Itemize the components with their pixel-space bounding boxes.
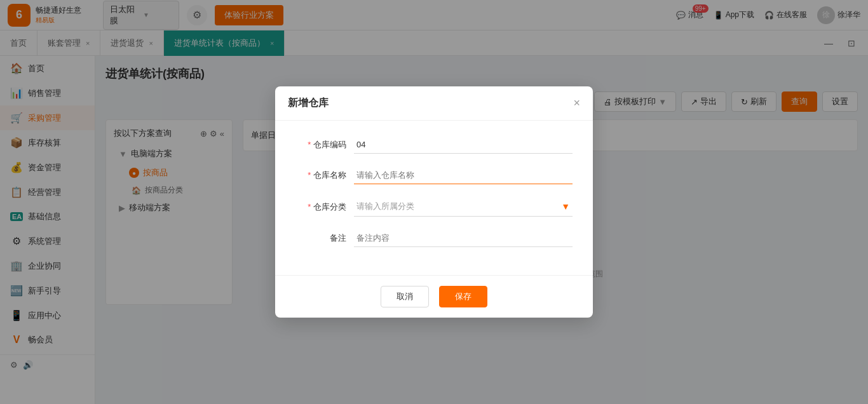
form-row-name: 仓库名称	[295, 166, 573, 184]
form-row-code: 仓库编码	[295, 136, 573, 154]
modal-title: 新增仓库	[288, 97, 329, 110]
code-input[interactable]	[354, 136, 573, 154]
name-label: 仓库名称	[295, 170, 346, 181]
modal-body: 仓库编码 仓库名称 仓库分类 请输入所属分类 ▼ 备注	[275, 121, 593, 275]
name-input[interactable]	[354, 166, 573, 184]
category-select[interactable]: 请输入所属分类 ▼	[354, 197, 573, 217]
new-warehouse-modal: 新增仓库 × 仓库编码 仓库名称 仓库分类 请输入所属分类 ▼	[275, 86, 593, 318]
modal-close-button[interactable]: ×	[573, 97, 580, 110]
form-row-remark: 备注	[295, 229, 573, 247]
form-row-category: 仓库分类 请输入所属分类 ▼	[295, 197, 573, 217]
cancel-button[interactable]: 取消	[381, 286, 429, 307]
remark-label: 备注	[295, 232, 346, 244]
save-button[interactable]: 保存	[439, 286, 487, 307]
modal-overlay: 新增仓库 × 仓库编码 仓库名称 仓库分类 请输入所属分类 ▼	[0, 0, 868, 404]
code-label: 仓库编码	[295, 139, 346, 151]
modal-header: 新增仓库 ×	[275, 86, 593, 121]
modal-footer: 取消 保存	[275, 275, 593, 318]
remark-input[interactable]	[354, 229, 573, 247]
category-label: 仓库分类	[295, 201, 346, 213]
category-arrow-icon: ▼	[561, 201, 570, 212]
